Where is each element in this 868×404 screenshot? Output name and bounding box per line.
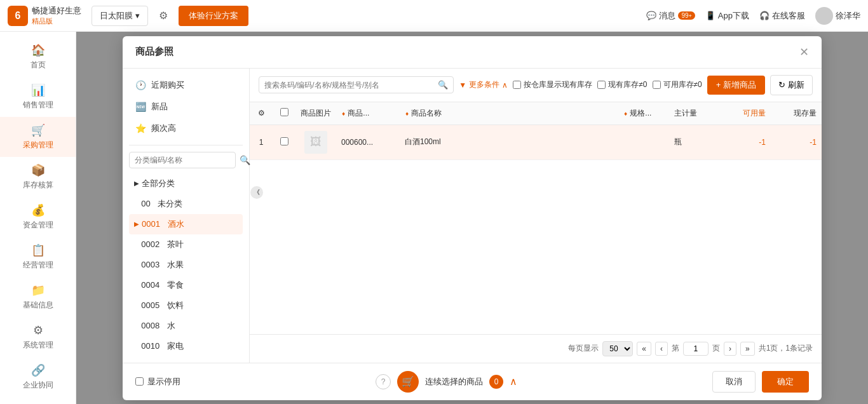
row-name: 白酒100ml xyxy=(400,125,618,159)
link-icon: 🔗 xyxy=(31,363,45,377)
arrow-icon: ▶ xyxy=(134,180,139,187)
category-list: ▶ 全部分类 00 未分类 ▶ 0001 酒水 xyxy=(123,173,249,356)
workspace-dropdown[interactable]: 日太阳膜 ▾ xyxy=(92,6,148,26)
trial-button[interactable]: 体验行业方案 xyxy=(179,6,248,26)
confirm-button[interactable]: 确定 xyxy=(762,371,809,393)
cat-item-appliance[interactable]: 0010 家电 xyxy=(129,336,243,356)
col-header-code: ⬧ 商品... xyxy=(336,102,400,125)
page-suffix-label: 页 xyxy=(712,343,720,354)
user-menu[interactable]: 徐泽华 xyxy=(815,7,860,25)
chevron-down-icon: ▾ xyxy=(135,11,140,20)
product-search-input[interactable] xyxy=(264,81,435,90)
checkbox-available-not-zero[interactable]: 可用库存≠0 xyxy=(653,79,702,90)
online-service-button[interactable]: 🎧 在线客服 xyxy=(759,10,805,22)
divider xyxy=(129,145,243,145)
by-warehouse-checkbox[interactable] xyxy=(513,81,521,89)
cat-item-liquor[interactable]: ▶ 0001 酒水 xyxy=(129,214,243,234)
settings-icon[interactable]: ⚙ xyxy=(258,109,265,118)
prev-page-button[interactable]: ‹ xyxy=(655,342,668,356)
sidebar-item-inventory[interactable]: 📦 库存核算 xyxy=(0,157,76,197)
row-checkbox[interactable] xyxy=(280,137,288,145)
category-search-icon[interactable]: 🔍 xyxy=(240,155,250,165)
show-disabled-checkbox[interactable] xyxy=(135,377,144,386)
modal-header: 商品参照 ✕ xyxy=(123,36,822,69)
phone-icon: 📱 xyxy=(705,11,715,20)
per-page-select[interactable]: 50 xyxy=(602,341,633,356)
tab-new-products[interactable]: 🆕 新品 xyxy=(129,97,243,117)
cat-item-fruit[interactable]: 0003 水果 xyxy=(129,255,243,275)
clipboard-icon: 📋 xyxy=(31,243,45,257)
cat-item-beverage[interactable]: 0005 饮料 xyxy=(129,295,243,316)
row-code: 000600... xyxy=(336,125,400,159)
category-search-row: 🔍 xyxy=(123,152,249,173)
next-page-button[interactable]: › xyxy=(724,342,736,356)
sidebar-item-sales[interactable]: 📊 销售管理 xyxy=(0,77,76,117)
star-icon: ⭐ xyxy=(135,123,146,133)
row-unit: 瓶 xyxy=(669,125,720,159)
stock-not-zero-checkbox[interactable] xyxy=(597,81,606,89)
sidebar: 🏠 首页 📊 销售管理 🛒 采购管理 📦 库存核算 💰 资金管理 📋 经营管理 … xyxy=(0,32,76,404)
right-panel: 🔍 ▼ 更多条件 ∧ 按仓库显示现有库存 xyxy=(250,69,822,363)
sidebar-item-guide[interactable]: 🔔 新手引导 xyxy=(0,397,76,404)
tab-high-frequency[interactable]: ⭐ 频次高 xyxy=(129,118,243,138)
last-page-button[interactable]: » xyxy=(740,342,755,356)
cat-item-uncategorized[interactable]: 00 未分类 xyxy=(129,194,243,214)
sidebar-item-finance[interactable]: 💰 资金管理 xyxy=(0,197,76,237)
sidebar-item-operations[interactable]: 📋 经营管理 xyxy=(0,237,76,277)
top-nav: 6 畅捷通好生意 精品版 日太阳膜 ▾ ⚙ 体验行业方案 💬 消息 99+ 📱 … xyxy=(0,0,868,32)
col-header-stock: 现存量 xyxy=(771,102,822,125)
cat-item-all[interactable]: ▶ 全部分类 xyxy=(129,173,243,194)
category-search-input[interactable] xyxy=(129,152,236,168)
product-table: ⚙ 商品图片 xyxy=(250,102,822,160)
sidebar-item-basic-info[interactable]: 📁 基础信息 xyxy=(0,277,76,317)
first-page-button[interactable]: « xyxy=(637,342,651,356)
collapse-footer-button[interactable]: ∧ xyxy=(510,375,517,387)
add-product-button[interactable]: + 新增商品 xyxy=(707,76,765,95)
logo-text: 畅捷通好生意 精品版 xyxy=(32,6,81,25)
sidebar-item-enterprise[interactable]: 🔗 企业协同 xyxy=(0,357,76,397)
modal-footer: 显示停用 ? 🛒 连续选择的商品 0 ∧ 取消 确定 xyxy=(123,363,822,400)
table-row[interactable]: 1 🖼 000600... 白酒100ml xyxy=(250,125,822,159)
modal-title: 商品参照 xyxy=(135,46,173,58)
headset-icon: 🎧 xyxy=(759,11,770,20)
cat-item-snack[interactable]: 0004 零食 xyxy=(129,275,243,295)
show-disabled-label[interactable]: 显示停用 xyxy=(135,376,180,387)
checkbox-stock-not-zero[interactable]: 现有库存≠0 xyxy=(597,79,647,90)
message-icon: 💬 xyxy=(646,11,656,20)
page-number-input[interactable] xyxy=(683,342,709,356)
help-button[interactable]: ? xyxy=(376,374,391,389)
app-download-button[interactable]: 📱 App下载 xyxy=(705,10,749,22)
sidebar-item-system[interactable]: ⚙ 系统管理 xyxy=(0,317,76,357)
sidebar-item-home[interactable]: 🏠 首页 xyxy=(0,37,76,77)
checkbox-by-warehouse[interactable]: 按仓库显示现有库存 xyxy=(513,79,592,90)
messages-button[interactable]: 💬 消息 99+ xyxy=(646,10,695,22)
more-filter-button[interactable]: ▼ 更多条件 ∧ xyxy=(459,79,508,90)
collapse-panel-button[interactable]: 《 xyxy=(250,186,263,199)
sort-icon[interactable]: ⬧ xyxy=(405,109,409,118)
product-reference-modal: 商品参照 ✕ 🕐 近期购买 🆕 xyxy=(123,36,822,400)
message-badge: 99+ xyxy=(678,11,695,20)
tab-recent-purchase[interactable]: 🕐 近期购买 xyxy=(129,75,243,95)
modal-overlay: 商品参照 ✕ 🕐 近期购买 🆕 xyxy=(76,32,868,404)
pagination: 每页显示 50 « ‹ 第 页 › » 共1页，1条记录 xyxy=(250,334,822,363)
settings-icon[interactable]: ⚙ xyxy=(153,6,173,26)
avatar xyxy=(815,7,833,25)
cart-icon: 🛒 xyxy=(31,123,45,137)
close-icon[interactable]: ✕ xyxy=(799,45,809,59)
product-image-placeholder: 🖼 xyxy=(304,131,327,154)
refresh-icon: ↻ xyxy=(778,80,785,90)
cat-item-water[interactable]: 0008 水 xyxy=(129,316,243,336)
sort-icon[interactable]: ⬧ xyxy=(341,109,346,118)
row-image: 🖼 xyxy=(295,125,336,159)
row-check xyxy=(273,125,295,159)
cat-item-tea[interactable]: 0002 茶叶 xyxy=(129,234,243,255)
cart-icon: 🛒 xyxy=(402,375,414,387)
sort-icon[interactable]: ⬧ xyxy=(623,109,628,118)
cancel-button[interactable]: 取消 xyxy=(712,371,756,393)
refresh-button[interactable]: ↻ 刷新 xyxy=(770,75,813,95)
available-not-zero-checkbox[interactable] xyxy=(653,81,661,89)
select-all-checkbox[interactable] xyxy=(280,108,288,116)
arrow-icon: ▶ xyxy=(134,220,139,227)
sidebar-item-purchase[interactable]: 🛒 采购管理 xyxy=(0,117,76,157)
search-icon[interactable]: 🔍 xyxy=(438,80,448,90)
